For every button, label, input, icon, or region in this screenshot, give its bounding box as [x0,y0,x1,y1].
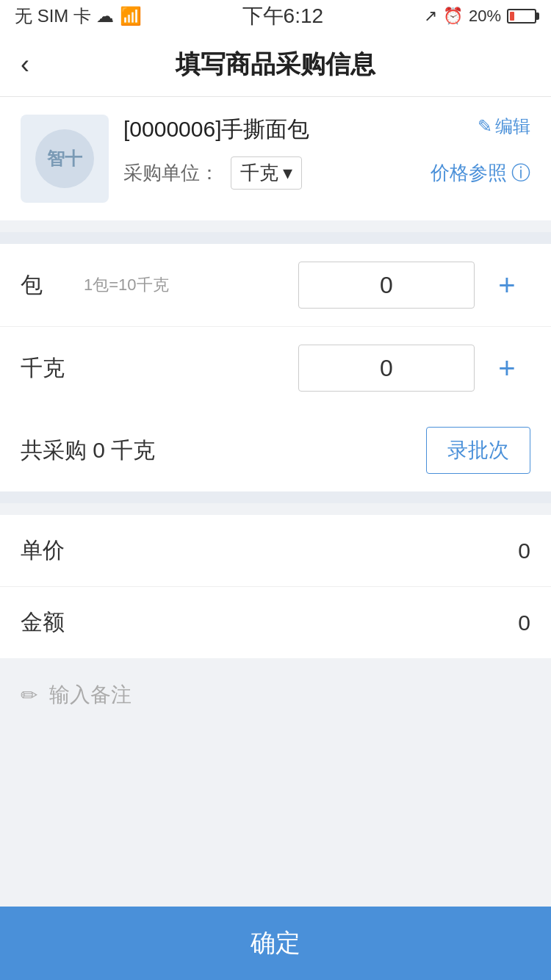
price-ref-button[interactable]: 价格参照 ⓘ [431,160,530,186]
section-divider-1 [0,232,551,244]
battery-percent: 20% [469,7,501,26]
confirm-button[interactable]: 确定 [0,907,551,980]
unit-price-value: 0 [518,538,530,563]
summary-row: 共采购 0 千克 录批次 [0,409,551,491]
main-scroll: 智十 [0000006]手撕面包 ✎ 编辑 采购单位： 千克 ▾ [0,97,551,980]
price-ref-label: 价格参照 [431,160,507,186]
bag-input[interactable]: 0 [298,262,475,309]
amount-row: 金额 0 [0,587,551,658]
pencil-icon: ✏ [21,683,37,707]
price-section: 单价 0 金额 0 [0,515,551,658]
bag-plus-button[interactable]: + [483,262,530,309]
kg-input-row: 千克 0 + [0,327,551,409]
product-header: [0000006]手撕面包 ✎ 编辑 [123,115,530,145]
unit-value: 千克 [240,160,278,186]
product-image: 智十 [21,115,109,203]
section-divider-2 [0,491,551,503]
kg-plus-button[interactable]: + [483,345,530,392]
product-card: 智十 [0000006]手撕面包 ✎ 编辑 采购单位： 千克 ▾ [0,97,551,220]
wifi-icon: 📶 [120,6,142,26]
kg-label: 千克 [21,353,79,383]
status-time: 下午6:12 [242,2,324,30]
edit-icon: ✎ [478,116,492,137]
unit-label: 采购单位： [123,162,219,184]
info-icon: ⓘ [511,160,530,186]
page-title: 填写商品采购信息 [176,48,375,82]
product-logo: 智十 [35,129,94,188]
batch-button[interactable]: 录批次 [426,427,530,474]
bag-sublabel: 1包=10千克 [84,274,169,296]
amount-label: 金额 [21,608,65,638]
bag-field-wrap: 0 + [169,262,530,309]
back-button[interactable]: ‹ [21,49,29,80]
product-info: [0000006]手撕面包 ✎ 编辑 采购单位： 千克 ▾ 价格参照 ⓘ [123,115,530,190]
product-unit: 采购单位： 千克 ▾ 价格参照 ⓘ [123,156,530,190]
status-bar: 无 SIM 卡 ☁ 📶 下午6:12 ↗ ⏰ 20% [0,0,551,32]
product-name: [0000006]手撕面包 [123,115,309,145]
alarm-icon: ⏰ [443,7,463,26]
status-right: ↗ ⏰ 20% [424,7,536,26]
input-section: 包 1包=10千克 0 + 千克 0 + [0,244,551,409]
sim-label: 无 SIM 卡 ☁ [15,4,114,28]
nav-bar: ‹ 填写商品采购信息 [0,32,551,97]
bag-input-row: 包 1包=10千克 0 + [0,244,551,327]
kg-input[interactable]: 0 [298,345,475,392]
unit-price-label: 单价 [21,536,65,566]
unit-select[interactable]: 千克 ▾ [231,156,302,190]
battery-fill [510,12,514,21]
status-left: 无 SIM 卡 ☁ 📶 [15,4,142,28]
edit-label: 编辑 [495,115,530,138]
kg-field-wrap: 0 + [79,345,530,392]
unit-info: 采购单位： 千克 ▾ [123,156,302,190]
unit-price-row: 单价 0 [0,515,551,587]
confirm-label: 确定 [251,926,300,960]
remark-placeholder: 输入备注 [49,681,132,709]
battery-icon [507,9,536,24]
location-icon: ↗ [424,7,437,26]
chevron-down-icon: ▾ [283,162,292,184]
bag-label: 包 [21,270,79,300]
summary-text: 共采购 0 千克 [21,436,155,466]
remark-area[interactable]: ✏ 输入备注 [0,658,551,732]
edit-button[interactable]: ✎ 编辑 [478,115,530,138]
amount-value: 0 [518,610,530,635]
